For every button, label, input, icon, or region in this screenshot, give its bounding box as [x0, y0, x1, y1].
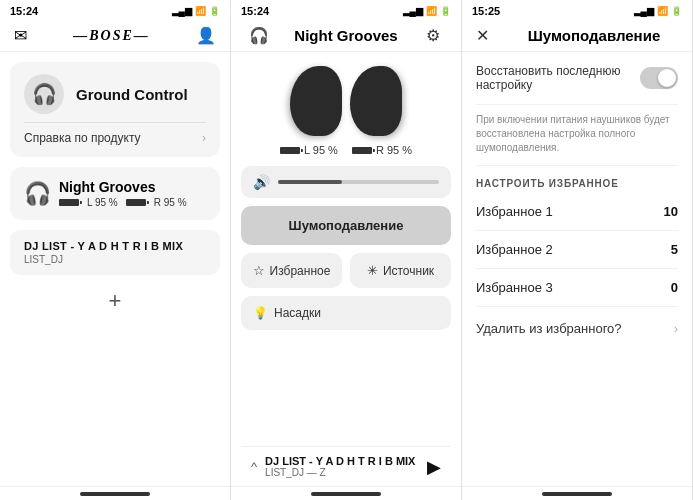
volume-row[interactable]: 🔊	[241, 166, 451, 198]
bat-bar-right-2	[352, 147, 372, 154]
device-card-ground-control[interactable]: 🎧 Ground Control Справка по продукту ›	[10, 62, 220, 157]
battery-display: L 95 % R 95 %	[280, 144, 412, 156]
lightbulb-icon: 💡	[253, 306, 268, 320]
earbuds-name: Night Grooves	[59, 179, 187, 195]
bat-bar-right	[126, 199, 146, 206]
headphone-nav-icon[interactable]: 🎧	[245, 26, 273, 45]
status-icons-1: ▂▄▆ 📶 🔋	[172, 6, 220, 16]
bat-bar-left	[59, 199, 79, 206]
earbuds-image	[290, 66, 402, 136]
fav-value-2: 5	[671, 242, 678, 257]
chevron-right-icon-3: ›	[674, 322, 678, 336]
status-bar-1: 15:24 ▂▄▆ 📶 🔋	[0, 0, 230, 20]
fav-value-3: 0	[671, 280, 678, 295]
status-icons-2: ▂▄▆ 📶 🔋	[403, 6, 451, 16]
home-indicator-2	[311, 492, 381, 496]
p2-title: Night Grooves	[273, 27, 419, 44]
headphone-icon: 🎧	[24, 74, 64, 114]
signal-icon-3: ▂▄▆	[634, 6, 654, 16]
battery-row: L 95 % R 95 %	[59, 197, 187, 208]
battery-left-label: L 95 %	[87, 197, 118, 208]
home-indicator-1	[80, 492, 150, 496]
status-icons-3: ▂▄▆ 📶 🔋	[634, 6, 682, 16]
status-bar-3: 15:25 ▂▄▆ 📶 🔋	[462, 0, 692, 20]
left-earbud-image	[290, 66, 342, 136]
now-playing-title: DJ LIST - Y A D H T R I B MIX	[265, 455, 419, 467]
p1-body: 🎧 Ground Control Справка по продукту › 🎧…	[0, 52, 230, 486]
battery-right-pct: R 95 %	[376, 144, 412, 156]
favorite-row-3: Избранное 3 0	[476, 269, 678, 307]
close-button[interactable]: ✕	[476, 26, 504, 45]
star-icon: ☆	[253, 263, 265, 278]
bottom-bar-2	[231, 486, 461, 500]
play-icon[interactable]: ▶	[427, 456, 441, 478]
wifi-icon-3: 📶	[657, 6, 668, 16]
favorite-row-2: Избранное 2 5	[476, 231, 678, 269]
time-3: 15:25	[472, 5, 500, 17]
favorite-button[interactable]: ☆ Избранное	[241, 253, 342, 288]
panel-devices: 15:24 ▂▄▆ 📶 🔋 ✉ —BOSE— 👤 🎧 Ground Contro…	[0, 0, 231, 500]
device-name-gc: Ground Control	[76, 86, 188, 103]
inbox-icon[interactable]: ✉	[14, 26, 27, 45]
p3-body: Восстановить последнюю настройку При вкл…	[462, 52, 692, 486]
fav-label-3: Избранное 3	[476, 280, 553, 295]
volume-slider[interactable]	[278, 180, 439, 184]
bottom-bar-3	[462, 486, 692, 500]
p2-header: 🎧 Night Grooves ⚙	[231, 20, 461, 52]
restore-label: Восстановить последнюю настройку	[476, 64, 630, 92]
tips-label: Насадки	[274, 306, 321, 320]
earbud-icon-small: 🎧	[24, 181, 51, 207]
section-header-favorites: НАСТРОИТЬ ИЗБРАННОЕ	[476, 166, 678, 193]
fav-label-1: Избранное 1	[476, 204, 553, 219]
p2-body: L 95 % R 95 % 🔊 Шумоподавление ☆ Избранн…	[231, 52, 461, 486]
noise-button-label: Шумоподавление	[289, 218, 404, 233]
p3-header: ✕ Шумоподавление	[462, 20, 692, 52]
fav-label-2: Избранное 2	[476, 242, 553, 257]
device-card-night-grooves[interactable]: 🎧 Night Grooves L 95 % R 95 %	[10, 167, 220, 220]
now-playing-info: DJ LIST - Y A D H T R I B MIX LIST_DJ — …	[265, 455, 419, 478]
playlist-title: DJ LIST - Y A D H T R I B MIX	[24, 240, 206, 252]
settings-icon[interactable]: ⚙	[419, 26, 447, 45]
toggle-knob	[658, 69, 676, 87]
signal-icon: ▂▄▆	[172, 6, 192, 16]
panel-noise-cancellation: 15:25 ▂▄▆ 📶 🔋 ✕ Шумоподавление Восстанов…	[462, 0, 693, 500]
wifi-icon: 📶	[195, 6, 206, 16]
battery-icon-1: 🔋	[209, 6, 220, 16]
bat-bar-left-2	[280, 147, 300, 154]
expand-icon: ^	[251, 459, 257, 474]
fav-value-1: 10	[664, 204, 678, 219]
bluetooth-icon: ✳	[367, 263, 378, 278]
volume-icon: 🔊	[253, 174, 270, 190]
status-bar-2: 15:24 ▂▄▆ 📶 🔋	[231, 0, 461, 20]
source-button[interactable]: ✳ Источник	[350, 253, 451, 288]
delete-row[interactable]: Удалить из избранного? ›	[476, 307, 678, 350]
battery-left-pct: L 95 %	[304, 144, 338, 156]
noise-cancellation-button[interactable]: Шумоподавление	[241, 206, 451, 245]
help-row[interactable]: Справка по продукту ›	[24, 122, 206, 145]
now-playing-sub: LIST_DJ — Z	[265, 467, 419, 478]
battery-left-display: L 95 %	[280, 144, 338, 156]
p1-header: ✉ —BOSE— 👤	[0, 20, 230, 52]
add-device-button[interactable]: +	[10, 285, 220, 317]
help-text: Справка по продукту	[24, 131, 141, 145]
delete-label: Удалить из избранного?	[476, 321, 622, 336]
now-playing-bar[interactable]: ^ DJ LIST - Y A D H T R I B MIX LIST_DJ …	[241, 446, 451, 486]
favorite-row-1: Избранное 1 10	[476, 193, 678, 231]
restore-toggle[interactable]	[640, 67, 678, 89]
profile-icon[interactable]: 👤	[196, 26, 216, 45]
source-label: Источник	[383, 264, 434, 278]
volume-fill	[278, 180, 342, 184]
favorite-label: Избранное	[270, 264, 331, 278]
restore-setting-row: Восстановить последнюю настройку	[476, 52, 678, 105]
info-text: При включении питания наушников будет во…	[476, 105, 678, 166]
p3-title: Шумоподавление	[510, 27, 678, 44]
home-indicator-3	[542, 492, 612, 496]
battery-right-display: R 95 %	[352, 144, 412, 156]
panel-device-detail: 15:24 ▂▄▆ 📶 🔋 🎧 Night Grooves ⚙ L 95 % R…	[231, 0, 462, 500]
add-icon: +	[109, 288, 122, 314]
tips-row[interactable]: 💡 Насадки	[241, 296, 451, 330]
bottom-bar-1	[0, 486, 230, 500]
bose-logo: —BOSE—	[73, 28, 150, 44]
battery-icon-2: 🔋	[440, 6, 451, 16]
action-row: ☆ Избранное ✳ Источник	[241, 253, 451, 288]
